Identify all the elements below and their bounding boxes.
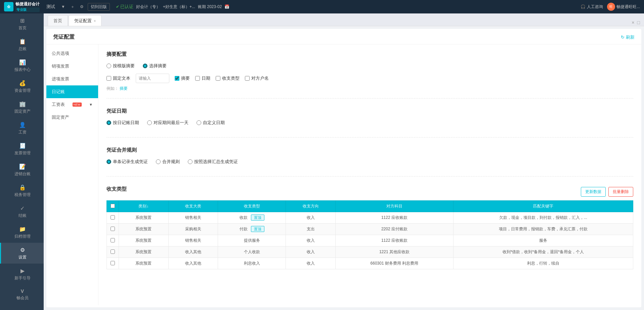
window-close-btn[interactable]: × xyxy=(632,20,634,25)
voucher-date-section: 凭证日期 按日记账日期 对应期间最后一天 xyxy=(106,108,633,138)
select-all-checkbox[interactable] xyxy=(111,204,115,208)
sidebar-item-member[interactable]: V 畅会员 xyxy=(0,284,44,304)
checkbox-counterparty[interactable]: 对方户名 xyxy=(245,75,269,81)
td-type-1: 付款 置顶 xyxy=(218,224,286,235)
inner-sidebar-public[interactable]: 公共选项 xyxy=(46,47,98,60)
income-type-checkbox[interactable] xyxy=(216,76,220,81)
fixed-text-input[interactable] xyxy=(136,74,169,83)
radio-daily-date[interactable]: 按日记账日期 xyxy=(106,120,139,126)
sidebar-item-archive[interactable]: 📁 归档管理 xyxy=(0,222,44,243)
radio-custom-input[interactable] xyxy=(197,120,201,125)
sidebar-item-closing[interactable]: ✓ 结账 xyxy=(0,201,44,222)
radio-custom-date[interactable]: 自定义日期 xyxy=(197,120,225,126)
radio-last-day[interactable]: 对应期间最后一天 xyxy=(147,120,188,126)
merge-rule-section: 凭证合并规则 单条记录生成凭证 合并规则 xyxy=(106,147,633,177)
table-row: 系统预置 收入其他 个人收款 收入 1221 其他应收款 收到*借款，收到*备用… xyxy=(107,246,633,258)
checkbox-fixed-text[interactable]: 固定文本 xyxy=(106,75,130,81)
inner-sidebar: 公共选项 销项发票 进项发票 日记账 工资表 NEW ▼ xyxy=(46,44,98,305)
radio-select[interactable]: 选择摘要 xyxy=(143,63,167,69)
summary-section-title: 摘要配置 xyxy=(106,51,633,57)
inner-sidebar-sales-invoice[interactable]: 销项发票 xyxy=(46,60,98,73)
batch-delete-btn[interactable]: 批量删除 xyxy=(608,187,633,197)
sidebar-item-funds[interactable]: 💰 资金管理 xyxy=(0,76,44,97)
top-tag-0[interactable]: 置顶 xyxy=(251,215,264,221)
tab-home[interactable]: 首页 xyxy=(48,15,68,26)
td-major-2: 销售相关 xyxy=(168,235,218,246)
reports-icon: 📊 xyxy=(19,59,26,66)
sidebar-label-assets: 固定资产 xyxy=(14,109,31,114)
td-major-3: 收入其他 xyxy=(168,246,218,258)
checkbox-summary[interactable]: 摘要 xyxy=(175,75,190,81)
counterparty-checkbox[interactable] xyxy=(245,76,250,81)
row-checkbox-2[interactable] xyxy=(111,238,115,242)
radio-last-day-input[interactable] xyxy=(147,120,152,125)
guide-icon: ▶ xyxy=(20,268,25,274)
radio-summary[interactable]: 按照选择汇总生成凭证 xyxy=(188,159,238,165)
th-subject: 对方科目 xyxy=(336,201,454,212)
row-checkbox-4[interactable] xyxy=(111,261,115,265)
calendar-icon[interactable]: 📅 xyxy=(224,4,229,9)
top-bar: 会 畅捷通好会计 专业版 测试 ▼ ＋ ⚙ 切到旧版 ✔ 已认证 好会计（专） … xyxy=(0,0,644,13)
radio-summary-input[interactable] xyxy=(188,159,192,164)
sidebar-item-settings[interactable]: ⚙ 设置 xyxy=(0,243,44,264)
inner-sidebar-fixed-assets[interactable]: 固定资产 xyxy=(46,111,98,124)
fixed-text-checkbox[interactable] xyxy=(106,76,111,81)
date-checkbox[interactable] xyxy=(195,76,200,81)
update-data-btn[interactable]: 更新数据 xyxy=(581,187,606,197)
radio-single-input[interactable] xyxy=(106,159,111,164)
row-checkbox-3[interactable] xyxy=(111,249,115,254)
summary-checkbox-row: 固定文本 摘要 日期 xyxy=(106,74,633,83)
settings-btn[interactable]: ⚙ xyxy=(79,4,85,10)
inner-sidebar-journal[interactable]: 日记账 xyxy=(46,85,98,98)
radio-select-input[interactable] xyxy=(143,64,147,68)
td-type-4: 利息收入 xyxy=(218,258,286,269)
radio-merge[interactable]: 合并规则 xyxy=(156,159,180,165)
table-row: 系统预置 销售相关 收款 置顶 收入 1122 应收账款 欠款，现金，项目款，到… xyxy=(107,212,633,224)
table-row: 系统预置 销售相关 提供服务 收入 1122 应收账款 服务 xyxy=(107,235,633,246)
td-checkbox-4 xyxy=(107,258,119,269)
switch-version-btn[interactable]: 切到旧版 xyxy=(88,3,110,11)
radio-template-input[interactable] xyxy=(106,64,111,68)
expand-icon: ▼ xyxy=(89,103,93,107)
td-major-4: 收入其他 xyxy=(168,258,218,269)
row-checkbox-1[interactable] xyxy=(111,227,115,231)
inner-sidebar-purchase-invoice[interactable]: 进项发票 xyxy=(46,73,98,85)
refresh-btn[interactable]: ↻ 刷新 xyxy=(621,34,635,40)
checkbox-date[interactable]: 日期 xyxy=(195,75,210,81)
top-tag-1[interactable]: 置顶 xyxy=(251,226,264,232)
td-direction-3: 收入 xyxy=(286,246,336,258)
add-btn[interactable]: ＋ xyxy=(69,3,76,10)
radio-daily-input[interactable] xyxy=(106,120,111,125)
sidebar-item-salary[interactable]: 👤 工资 xyxy=(0,118,44,139)
tab-voucher-config[interactable]: 凭证配置 × xyxy=(69,15,101,26)
radio-single[interactable]: 单条记录生成凭证 xyxy=(106,159,148,165)
sidebar-item-ledger[interactable]: 📋 总账 xyxy=(0,34,44,55)
td-category-4: 系统预置 xyxy=(119,258,169,269)
checkbox-income-type[interactable]: 收支类型 xyxy=(216,75,240,81)
radio-merge-input[interactable] xyxy=(156,159,161,164)
sidebar-item-invoice[interactable]: 🧾 发票管理 xyxy=(0,139,44,159)
window-max-btn[interactable]: □ xyxy=(637,20,640,25)
sidebar-item-reports[interactable]: 📊 报表中心 xyxy=(0,55,44,76)
sidebar-label-archive: 归档管理 xyxy=(14,234,31,239)
sidebar-label-invoice: 发票管理 xyxy=(14,150,31,156)
table-header-row: 收支类型 更新数据 批量删除 xyxy=(106,186,633,198)
sidebar-item-tax[interactable]: 🔒 税务管理 xyxy=(0,180,44,201)
sidebar-item-guide[interactable]: ▶ 新手引导 xyxy=(0,264,44,284)
inner-sidebar-payroll[interactable]: 工资表 NEW ▼ xyxy=(46,98,98,111)
user-menu[interactable]: 旺 畅捷通旺旺... xyxy=(607,3,640,11)
td-subject-1: 2202 应付账款 xyxy=(336,224,454,235)
td-subject-2: 1122 应收账款 xyxy=(336,235,454,246)
sidebar-item-home[interactable]: ⊞ 首页 xyxy=(0,13,44,34)
radio-template[interactable]: 按模版摘要 xyxy=(106,63,135,69)
sidebar-item-purchase-sales[interactable]: 📝 进销台账 xyxy=(0,159,44,180)
sidebar-item-assets[interactable]: 🏢 固定资产 xyxy=(0,97,44,118)
tab-close-btn[interactable]: × xyxy=(94,19,96,23)
td-checkbox-0 xyxy=(107,212,119,224)
sidebar-label-ledger: 总账 xyxy=(18,46,27,52)
new-badge: NEW xyxy=(73,103,82,107)
expand-btn[interactable]: ▼ xyxy=(60,4,67,10)
consult-btn[interactable]: 🎧 人工咨询 xyxy=(581,4,603,10)
row-checkbox-0[interactable] xyxy=(111,215,115,220)
summary-checkbox[interactable] xyxy=(175,76,179,81)
